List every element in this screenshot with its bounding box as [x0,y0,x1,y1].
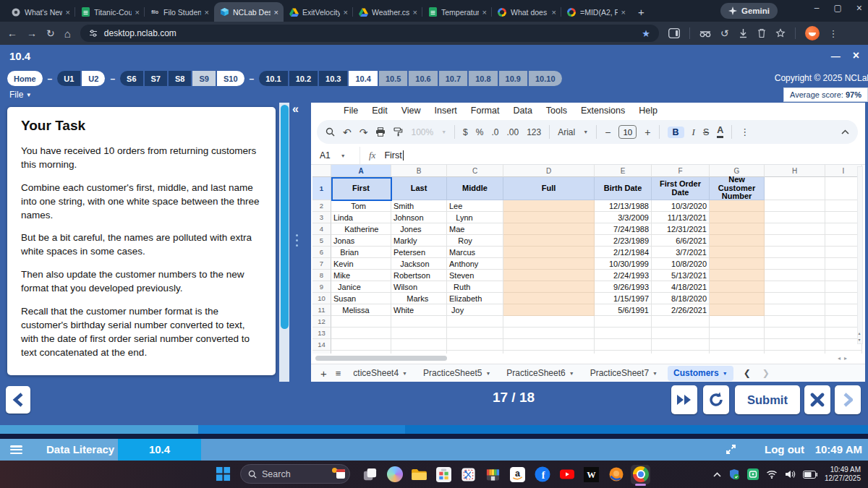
cell-last[interactable]: Jackson [391,258,447,270]
nav-item-s9[interactable]: S9 [192,71,215,86]
chrome-icon[interactable] [631,465,650,484]
cell[interactable] [503,328,595,339]
logout-button[interactable]: Log out [765,443,804,455]
tab-close-icon[interactable]: × [621,8,626,17]
redo-icon[interactable]: ↷ [359,127,368,138]
tray-chevron-up-icon[interactable] [713,472,721,477]
browser-tab[interactable]: NCLab Desk× [214,2,284,22]
column-header-E[interactable]: E [595,165,652,177]
name-box[interactable]: A1▼ [311,147,360,164]
next-sheets-icon[interactable]: ❯ [762,368,770,378]
cell[interactable] [710,328,765,339]
amazon-icon[interactable]: a [508,465,527,484]
nav-item-u2[interactable]: U2 [82,71,105,86]
facebook-icon[interactable]: f [532,465,552,484]
cell-new-customer-number[interactable] [710,200,765,212]
strikethrough-button[interactable]: S [703,127,709,137]
sheet-tab-practicesheet7[interactable]: PracticeSheet7▼ [584,366,663,381]
cell-full[interactable] [503,281,595,293]
fullscreen-icon[interactable] [726,444,736,455]
cell-new-customer-number[interactable] [710,293,765,304]
cell-first[interactable]: Mike [331,270,391,281]
undo-icon[interactable]: ↶ [343,127,352,138]
nav-item-10-1[interactable]: 10.1 [259,71,287,86]
row-header-12[interactable]: 12 [312,316,331,328]
header-cell-first[interactable]: First [331,177,391,200]
sheets-menu-format[interactable]: Format [471,106,500,116]
close-icon[interactable]: × [856,2,862,14]
nav-item-s8[interactable]: S8 [169,71,191,86]
column-header-A[interactable]: A [331,165,391,177]
cell[interactable] [331,339,391,351]
cell-full[interactable] [503,270,595,281]
browser-tab[interactable]: Temperatur× [422,2,492,22]
reset-button[interactable] [703,385,729,414]
screen-recorder-icon[interactable] [747,468,759,480]
cell[interactable] [652,316,710,328]
cell[interactable] [331,351,391,354]
font-select[interactable]: Arial [558,127,575,137]
vertical-scrollbar[interactable]: ▴ ▾ [857,166,863,344]
cell-last[interactable]: Johnson [391,212,447,223]
orange-app-icon[interactable] [606,465,626,484]
next-button[interactable] [835,385,861,414]
cell-first[interactable]: Jonas [331,235,391,247]
extension-incognito-icon[interactable] [699,30,711,38]
cell-last[interactable]: White [391,304,447,316]
column-header-D[interactable]: D [503,165,595,177]
cell-new-customer-number[interactable] [710,281,765,293]
cell-first[interactable]: Brian [331,247,391,258]
browser-tab[interactable]: ExitVelocity× [284,2,353,22]
sheets-menu-view[interactable]: View [401,106,421,116]
weather-widget-icon[interactable] [332,468,345,481]
increase-decimals-button[interactable]: .00 [506,127,519,137]
cell-full[interactable] [503,258,595,270]
cell-last[interactable]: Robertson [391,270,447,281]
splitter-handle[interactable] [296,234,299,250]
cell-birth-date[interactable]: 10/30/1999 [595,258,652,270]
nclab-minimize-icon[interactable]: — [831,51,841,61]
cell[interactable] [652,339,710,351]
cell-middle[interactable]: Anthony [447,258,503,270]
windows-security-icon[interactable] [728,468,740,480]
format-currency-button[interactable]: $ [463,127,468,137]
cell[interactable] [595,351,652,354]
all-sheets-icon[interactable]: ≡ [336,368,341,379]
bold-button[interactable]: B [668,127,684,138]
cell[interactable] [765,212,825,223]
cell-middle[interactable]: Mae [447,223,503,235]
tab-close-icon[interactable]: × [413,8,417,17]
row-header-1[interactable]: 1 [312,177,331,200]
cell-first-order-date[interactable]: 3/7/2021 [652,247,710,258]
cell[interactable] [391,316,447,328]
site-settings-icon[interactable] [89,29,98,38]
volume-icon[interactable] [785,470,796,479]
row-header-5[interactable]: 5 [312,235,331,247]
cell-birth-date[interactable]: 12/13/1988 [595,200,652,212]
more-toolbar-icon[interactable]: ⋮ [740,127,749,137]
cell-new-customer-number[interactable] [710,247,765,258]
history-icon[interactable]: ↺ [720,28,729,38]
microsoft-store-icon[interactable] [434,465,454,484]
cell-first[interactable]: Linda [331,212,391,223]
cell-last[interactable]: Smith [391,200,447,212]
text-color-button[interactable]: A [717,126,723,137]
address-bar[interactable]: desktop.nclab.com ★ [80,25,659,42]
cell[interactable] [503,339,595,351]
submit-button[interactable]: Submit [735,385,800,414]
cell-middle[interactable]: Lee [447,200,503,212]
formula-input[interactable]: First [384,150,401,160]
cell-birth-date[interactable]: 2/24/1993 [595,270,652,281]
browser-tab[interactable]: Titanic-Cou× [75,2,145,22]
cell[interactable] [503,351,595,354]
cell-first[interactable]: Tom [331,200,391,212]
cell-birth-date[interactable]: 1/15/1997 [595,293,652,304]
cell[interactable] [765,304,825,316]
nav-item-10-4[interactable]: 10.4 [349,71,377,86]
cell-new-customer-number[interactable] [710,212,765,223]
cell-middle[interactable]: Joy [447,304,503,316]
nav-item-s10[interactable]: S10 [217,71,244,86]
cell[interactable] [391,339,447,351]
row-header-6[interactable]: 6 [312,247,331,258]
sheets-menu-edit[interactable]: Edit [372,106,388,116]
